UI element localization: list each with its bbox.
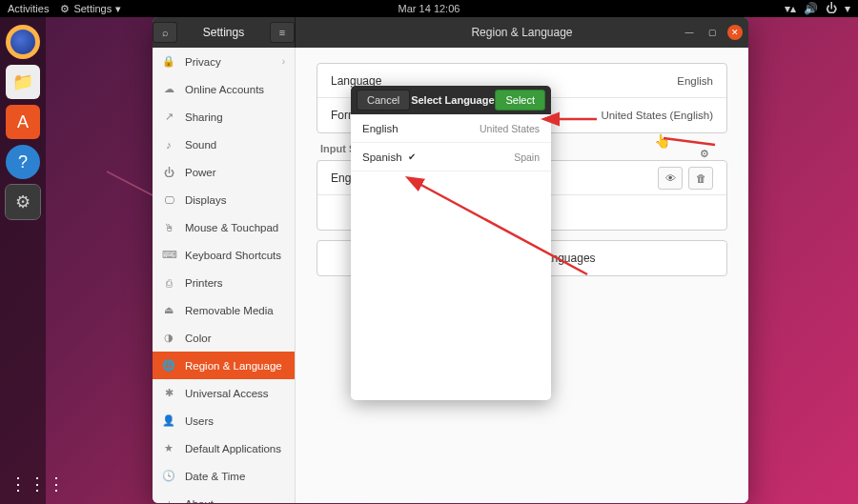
- language-value: English: [677, 75, 713, 87]
- sidebar-item-about[interactable]: ＋About: [153, 490, 295, 503]
- select-language-dialog: Cancel Select Language Select English Un…: [351, 86, 551, 400]
- sidebar-title: Settings: [185, 26, 262, 39]
- sidebar-item-power[interactable]: ⏻Power: [153, 158, 295, 186]
- sidebar-item-removable[interactable]: ⏏Removable Media: [153, 296, 295, 324]
- mouse-icon: 🖱: [162, 222, 175, 233]
- sidebar-item-printers[interactable]: ⎙Printers: [153, 269, 295, 296]
- sound-icon: ♪: [162, 139, 175, 151]
- power-icon: ⏻: [162, 167, 175, 178]
- sidebar-item-label: Sound: [185, 139, 216, 151]
- dock-firefox[interactable]: [6, 25, 40, 59]
- sidebar-item-default-apps[interactable]: ★Default Applications: [153, 434, 295, 462]
- sidebar-item-label: Privacy: [185, 56, 221, 68]
- trash-icon: 🗑: [696, 172, 706, 184]
- formats-value: United States (English): [601, 110, 713, 121]
- chevron-right-icon: ›: [282, 56, 285, 67]
- volume-icon[interactable]: 🔊: [804, 2, 818, 15]
- page-title: Region & Language: [471, 26, 572, 39]
- language-row-english[interactable]: English United States: [351, 114, 551, 143]
- eye-icon: 👁: [665, 172, 676, 184]
- sidebar-item-sharing[interactable]: ↗Sharing: [153, 103, 295, 131]
- topbar-app-label: Settings: [73, 3, 112, 14]
- color-icon: ◑: [162, 332, 175, 344]
- search-icon: ⌕: [162, 27, 169, 38]
- activities-button[interactable]: Activities: [8, 3, 49, 14]
- svg-line-3: [107, 171, 153, 195]
- dock: 📁 A ? ⚙: [0, 17, 46, 504]
- globe-icon: 🌐: [162, 359, 175, 372]
- preview-layout-button[interactable]: 👁: [658, 167, 683, 190]
- gnome-top-bar: Activities ⚙ Settings ▾ Mar 14 12:06 ▾▴ …: [0, 0, 858, 17]
- sidebar-item-label: Power: [185, 167, 216, 178]
- minimize-button[interactable]: —: [682, 25, 697, 40]
- language-list: English United States Spanish ✔ Spain: [351, 114, 551, 171]
- sidebar-item-label: Online Accounts: [185, 84, 264, 95]
- sidebar-item-label: About: [185, 498, 214, 504]
- check-icon: ✔: [408, 151, 416, 162]
- header-bar: ⌕ Settings ≡ Region & Language — ▢ ✕: [153, 17, 748, 48]
- dialog-header: Cancel Select Language Select: [351, 86, 551, 114]
- keyboard-icon: ⌨: [162, 249, 175, 261]
- sidebar-item-label: Color: [185, 333, 211, 344]
- dialog-title: Select Language: [410, 94, 495, 106]
- input-settings-button[interactable]: ⚙: [692, 142, 717, 165]
- sidebar-item-sound[interactable]: ♪Sound: [153, 131, 295, 158]
- language-name: English: [362, 123, 398, 134]
- sidebar-item-region-language[interactable]: 🌐Region & Language: [153, 352, 295, 379]
- cloud-icon: ☁: [162, 83, 175, 95]
- menu-icon: ≡: [279, 27, 285, 38]
- clock-icon: 🕓: [162, 470, 175, 482]
- sidebar-item-color[interactable]: ◑Color: [153, 324, 295, 352]
- display-icon: 🖵: [162, 194, 175, 206]
- hamburger-button[interactable]: ≡: [270, 22, 295, 43]
- eject-icon: ⏏: [162, 304, 175, 316]
- language-country: Spain: [514, 151, 540, 163]
- sidebar-item-label: Keyboard Shortcuts: [185, 250, 281, 261]
- clock[interactable]: Mar 14 12:06: [398, 3, 460, 14]
- accessibility-icon: ✱: [162, 387, 175, 399]
- sidebar-item-keyboard[interactable]: ⌨Keyboard Shortcuts: [153, 241, 295, 269]
- dock-settings[interactable]: ⚙: [6, 185, 40, 219]
- search-button[interactable]: ⌕: [153, 22, 177, 43]
- sidebar-item-label: Users: [185, 415, 214, 427]
- show-applications-button[interactable]: ⋮⋮⋮: [10, 474, 67, 494]
- sidebar-item-label: Removable Media: [185, 305, 274, 316]
- sidebar-item-users[interactable]: 👤Users: [153, 407, 295, 434]
- sidebar-item-universal-access[interactable]: ✱Universal Access: [153, 379, 295, 407]
- star-icon: ★: [162, 442, 175, 454]
- sidebar-item-label: Region & Language: [185, 360, 282, 372]
- lock-icon: 🔒: [162, 55, 175, 68]
- share-icon: ↗: [162, 111, 175, 123]
- dock-software[interactable]: A: [6, 105, 40, 139]
- language-country: United States: [480, 123, 540, 134]
- settings-sidebar: 🔒Privacy› ☁Online Accounts ↗Sharing ♪Sou…: [153, 48, 296, 503]
- remove-input-button[interactable]: 🗑: [688, 167, 713, 190]
- sidebar-item-label: Printers: [185, 277, 223, 289]
- language-row-spanish[interactable]: Spanish ✔ Spain: [351, 143, 551, 171]
- user-icon: 👤: [162, 414, 175, 427]
- sidebar-item-datetime[interactable]: 🕓Date & Time: [153, 462, 295, 490]
- dock-files[interactable]: 📁: [6, 65, 40, 99]
- plus-icon: ＋: [162, 496, 175, 503]
- topbar-app-menu[interactable]: ⚙ Settings ▾: [60, 3, 121, 15]
- sidebar-item-online-accounts[interactable]: ☁Online Accounts: [153, 75, 295, 103]
- sidebar-item-mouse[interactable]: 🖱Mouse & Touchpad: [153, 213, 295, 241]
- close-button[interactable]: ✕: [727, 25, 743, 40]
- network-icon[interactable]: ▾▴: [785, 2, 796, 15]
- sidebar-item-privacy[interactable]: 🔒Privacy›: [153, 48, 295, 75]
- maximize-button[interactable]: ▢: [705, 25, 720, 40]
- printer-icon: ⎙: [162, 277, 175, 289]
- language-name: Spanish: [362, 151, 402, 163]
- select-button[interactable]: Select: [495, 90, 545, 111]
- dock-help[interactable]: ?: [6, 145, 40, 179]
- sidebar-item-label: Displays: [185, 194, 226, 206]
- sidebar-item-label: Default Applications: [185, 443, 281, 454]
- power-icon[interactable]: ⏻: [826, 2, 837, 15]
- system-chevron-icon[interactable]: ▾: [845, 2, 850, 15]
- gear-icon: ⚙: [60, 3, 70, 15]
- sidebar-item-label: Sharing: [185, 111, 223, 123]
- sidebar-item-label: Date & Time: [185, 471, 245, 482]
- sidebar-item-displays[interactable]: 🖵Displays: [153, 186, 295, 213]
- cursor-hand-icon: 👆: [654, 133, 670, 149]
- cancel-button[interactable]: Cancel: [357, 90, 410, 111]
